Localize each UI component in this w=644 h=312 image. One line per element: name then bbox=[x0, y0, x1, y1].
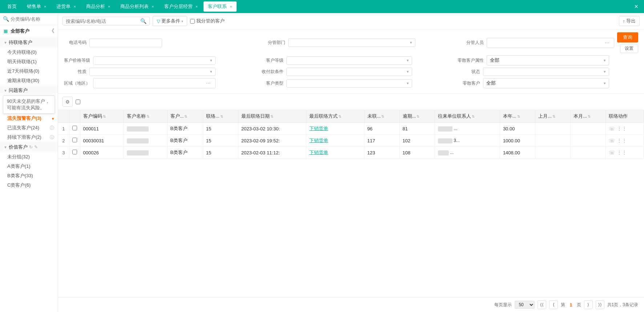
last-page-button[interactable]: ⟩⟩ bbox=[596, 300, 604, 309]
contact-action-icon-2[interactable]: ☏ bbox=[609, 138, 615, 143]
sidebar-all-customers[interactable]: ⊞ 全部客户 《 bbox=[0, 25, 58, 37]
nav-analysis-list-close[interactable]: × bbox=[152, 4, 154, 9]
table-toolbar: ⚙ bbox=[58, 94, 644, 110]
td-method-3[interactable]: 下销货单 bbox=[306, 147, 365, 159]
nav-purchase-close[interactable]: × bbox=[73, 4, 76, 9]
filter-dept-select[interactable]: ▾ bbox=[288, 39, 416, 47]
filter-region-select[interactable]: ··· bbox=[93, 78, 216, 88]
info-icon-2: ⓘ bbox=[50, 134, 54, 141]
sidebar-group-value[interactable]: ▼ 价值客户 ↻ ✎ bbox=[0, 142, 58, 152]
sidebar-item-churn-warning[interactable]: 流失预警客户(3) ● bbox=[0, 114, 58, 123]
th-contact-person[interactable]: 往来单位联系人 ⇅ bbox=[435, 110, 500, 123]
filter-customer-type-select[interactable]: ▾ bbox=[286, 79, 412, 88]
sidebar-search-input[interactable] bbox=[11, 16, 55, 22]
nav-sales-close[interactable]: × bbox=[44, 4, 46, 9]
dots-icon-region[interactable]: ··· bbox=[204, 80, 212, 86]
nav-customer-segment-close[interactable]: × bbox=[196, 4, 198, 9]
sidebar-item-tomorrow[interactable]: 明天待联络(1) bbox=[0, 57, 58, 66]
sidebar-group-pending[interactable]: ▼ 待联络客户 bbox=[0, 37, 58, 48]
td-checkbox-3[interactable] bbox=[69, 147, 80, 159]
filter-retail-customer-select[interactable]: 全部 ▾ bbox=[483, 78, 609, 88]
filter-retail-attr-select[interactable]: 全部 ▾ bbox=[487, 55, 609, 65]
main-search-input[interactable] bbox=[66, 19, 139, 24]
td-checkbox-1[interactable] bbox=[69, 123, 80, 135]
nav-sales[interactable]: 销售单 × bbox=[23, 1, 51, 12]
my-customers-checkbox[interactable]: 我分管的客户 bbox=[190, 18, 225, 24]
sidebar-item-declining[interactable]: 持续下滑客户(2) ⓘ bbox=[0, 133, 58, 142]
contact-action-icon-3[interactable]: ☏ bbox=[609, 150, 615, 155]
my-customers-check[interactable] bbox=[190, 19, 195, 24]
refresh-icon[interactable]: ↻ bbox=[29, 145, 33, 150]
sort-icon-4: ⇅ bbox=[220, 114, 223, 118]
td-checkbox-2[interactable] bbox=[69, 135, 80, 147]
nav-customer-contact-close[interactable]: × bbox=[230, 4, 232, 9]
th-contact[interactable]: 联络... ⇅ bbox=[203, 110, 238, 123]
td-date-2: 2023-02-09 19:52: bbox=[238, 135, 306, 147]
th-customer-name[interactable]: 客户名称 ⇅ bbox=[124, 110, 167, 123]
th-overdue[interactable]: 逾期... ⇅ bbox=[399, 110, 435, 123]
td-method-2[interactable]: 下销货单 bbox=[306, 135, 365, 147]
method-link-1[interactable]: 下销货单 bbox=[309, 126, 328, 131]
th-customer-type[interactable]: 客户... ⇅ bbox=[167, 110, 203, 123]
sidebar-item-churned[interactable]: 已流失客户(24) ⓘ bbox=[0, 123, 58, 133]
sidebar-item-7days[interactable]: 近7天待联络(0) bbox=[0, 66, 58, 76]
method-link-3[interactable]: 下销货单 bbox=[309, 150, 328, 155]
nav-customer-contact[interactable]: 客户联系 × bbox=[204, 1, 236, 12]
sidebar-item-class-c[interactable]: C类客户(6) bbox=[0, 181, 58, 190]
contact-action-icon[interactable]: ☏ bbox=[609, 126, 615, 131]
th-last-contact-date[interactable]: 最后联络日期 ⇅ bbox=[238, 110, 306, 123]
export-button[interactable]: ↑ 导出 bbox=[619, 16, 640, 26]
filter-customer-grade-select[interactable]: ▾ bbox=[286, 56, 412, 65]
all-customers-label: 全部客户 bbox=[11, 28, 29, 35]
more-conditions-button[interactable]: ▽ 更多条件 ▾ bbox=[153, 16, 187, 26]
th-last-contact-method[interactable]: 最后联络方式 ⇅ bbox=[306, 110, 365, 123]
sidebar-item-today[interactable]: 今天待联络(0) bbox=[0, 48, 58, 57]
prev-page-button[interactable]: ⟨ bbox=[549, 300, 558, 309]
row-checkbox-2[interactable] bbox=[72, 138, 77, 142]
th-this-year[interactable]: 本年... ⇅ bbox=[500, 110, 535, 123]
nav-analysis-list[interactable]: 商品分析列表 × bbox=[116, 1, 158, 12]
sort-icon-9: ⇅ bbox=[472, 114, 475, 118]
nav-customer-segment[interactable]: 客户分层经营 × bbox=[160, 1, 202, 12]
filter-manager-select[interactable]: ··· bbox=[487, 38, 614, 48]
th-customer-code[interactable]: 客户编码 ⇅ bbox=[80, 110, 124, 123]
dots-icon[interactable]: ··· bbox=[603, 40, 611, 46]
sidebar-item-ungrouped[interactable]: 未分组(32) bbox=[0, 152, 58, 162]
th-last-month[interactable]: 上月... ⇅ bbox=[535, 110, 571, 123]
more-action-icon[interactable]: ⋮⋮ bbox=[617, 126, 627, 131]
first-page-button[interactable]: ⟨⟨ bbox=[538, 300, 546, 309]
td-method-1[interactable]: 下销货单 bbox=[306, 123, 365, 135]
more-action-icon-2[interactable]: ⋮⋮ bbox=[617, 138, 627, 143]
nav-analysis[interactable]: 商品分析 × bbox=[82, 1, 114, 12]
nav-home[interactable]: 首页 bbox=[3, 1, 21, 12]
sidebar-collapse-icon[interactable]: 《 bbox=[49, 28, 54, 35]
sidebar-item-overdue[interactable]: 逾期未联络(30) bbox=[0, 76, 58, 85]
nav-purchase[interactable]: 进货单 × bbox=[52, 1, 80, 12]
filter-nature: 性质 ▾ bbox=[64, 68, 216, 76]
filter-nature-select[interactable]: ▾ bbox=[89, 68, 216, 76]
more-action-icon-3[interactable]: ⋮⋮ bbox=[617, 150, 627, 155]
th-this-month[interactable]: 本月... ⇅ bbox=[571, 110, 606, 123]
row-checkbox-1[interactable] bbox=[72, 126, 77, 130]
filter-status-select[interactable]: ▾ bbox=[483, 68, 609, 76]
row-checkbox-3[interactable] bbox=[72, 150, 77, 154]
query-button[interactable]: 查询 bbox=[617, 32, 638, 42]
sidebar-item-class-a[interactable]: A类客户(1) bbox=[0, 162, 58, 171]
edit-icon[interactable]: ✎ bbox=[34, 145, 38, 150]
sidebar-item-class-b[interactable]: B类客户(33) bbox=[0, 171, 58, 181]
filter-payment-select[interactable]: ▾ bbox=[286, 68, 412, 76]
th-uncontacted[interactable]: 未联... ⇅ bbox=[364, 110, 399, 123]
filter-price-grade-select[interactable]: ▾ bbox=[93, 56, 216, 65]
table-settings-button[interactable]: ⚙ bbox=[63, 97, 73, 107]
select-all-checkbox[interactable] bbox=[76, 100, 80, 104]
nav-analysis-close[interactable]: × bbox=[108, 4, 110, 9]
settings-button[interactable]: 设置 bbox=[620, 44, 638, 53]
next-page-button[interactable]: ⟩ bbox=[584, 300, 593, 309]
window-close-button[interactable]: × bbox=[631, 3, 641, 11]
filter-customer-grade: 客户等级 ▾ bbox=[261, 56, 412, 65]
main-search-icon[interactable]: 🔍 bbox=[140, 18, 146, 24]
filter-phone-input[interactable] bbox=[89, 39, 162, 47]
method-link-2[interactable]: 下销货单 bbox=[309, 138, 328, 143]
per-page-select[interactable]: 50 100 200 bbox=[515, 301, 535, 309]
sidebar-group-problem[interactable]: ▼ 问题客户 bbox=[0, 85, 58, 96]
